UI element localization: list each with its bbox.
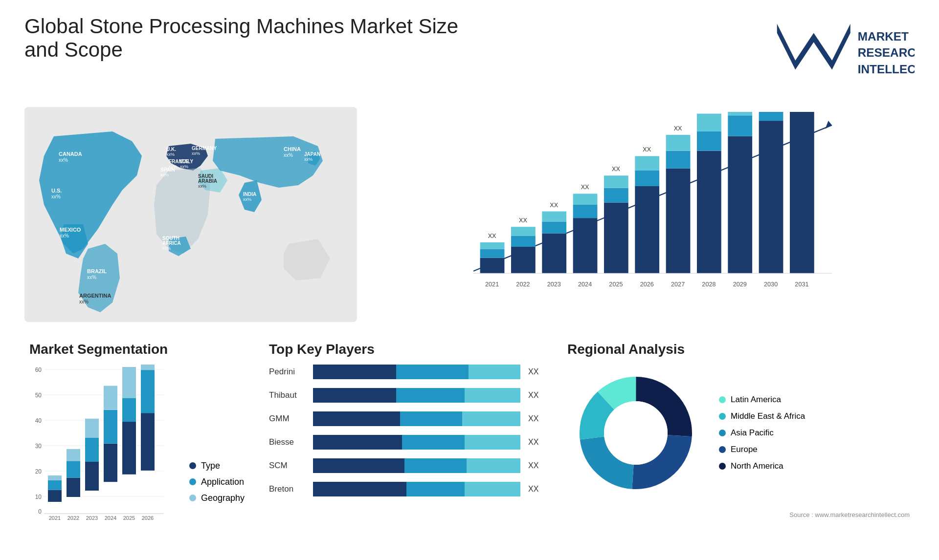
svg-rect-44 (511, 247, 536, 273)
players-chart: Pedrini XX Thibaut XX (269, 365, 543, 496)
svg-text:2024: 2024 (578, 281, 592, 288)
latin-america-label: Latin America (731, 395, 781, 405)
svg-text:60: 60 (35, 366, 42, 373)
svg-text:RESEARCH: RESEARCH (858, 46, 915, 59)
regional-content: Latin America Middle East & Africa Asia … (567, 365, 910, 501)
svg-rect-122 (104, 410, 117, 444)
svg-text:BRAZIL: BRAZIL (87, 268, 107, 274)
bar-seg-light (465, 435, 520, 450)
players-title: Top Key Players (269, 342, 543, 357)
north-america-label: North America (731, 461, 783, 471)
player-name: Thibaut (269, 390, 308, 400)
svg-rect-66 (635, 156, 659, 170)
svg-rect-110 (48, 480, 62, 490)
bar-seg-light (465, 482, 520, 496)
donut-svg (567, 365, 704, 501)
bar-seg-mid (404, 458, 467, 473)
legend-type: Type (189, 461, 245, 471)
svg-text:40: 40 (35, 417, 42, 424)
svg-rect-84 (759, 121, 783, 273)
svg-text:XX: XX (643, 146, 651, 153)
bar-seg-dark (313, 411, 400, 426)
player-bar-wrap (313, 411, 520, 426)
player-value: XX (528, 391, 543, 400)
player-name: Biesse (269, 437, 308, 447)
application-label: Application (201, 477, 244, 487)
player-bar-wrap (313, 435, 520, 450)
svg-rect-129 (141, 403, 155, 470)
legend-geography: Geography (189, 493, 245, 503)
player-row-gmm: GMM XX (269, 411, 543, 426)
svg-text:2024: 2024 (105, 515, 116, 521)
svg-rect-65 (635, 170, 659, 186)
player-bar-wrap (313, 388, 520, 403)
players-panel: Top Key Players Pedrini XX Thibaut (264, 337, 548, 542)
svg-text:ARABIA: ARABIA (198, 178, 217, 184)
regional-panel: Regional Analysis (562, 337, 915, 542)
svg-text:xx%: xx% (180, 164, 188, 169)
geography-dot (189, 495, 196, 501)
svg-rect-117 (85, 462, 99, 491)
svg-text:xx%: xx% (87, 275, 96, 280)
player-bar-wrap (313, 458, 520, 473)
type-label: Type (201, 461, 220, 471)
player-row-breton: Breton XX (269, 482, 543, 496)
legend-asia-pacific: Asia Pacific (719, 428, 805, 438)
svg-rect-113 (67, 477, 80, 496)
svg-rect-69 (666, 169, 691, 273)
player-bar-wrap (313, 365, 520, 379)
svg-text:xx%: xx% (243, 197, 251, 202)
player-value: XX (528, 367, 543, 376)
svg-text:0: 0 (38, 508, 42, 515)
svg-rect-59 (604, 202, 628, 273)
svg-text:U.K.: U.K. (166, 147, 176, 152)
svg-rect-131 (141, 365, 155, 370)
player-name: GMM (269, 414, 308, 424)
svg-text:XX: XX (674, 125, 682, 132)
legend-north-america: North America (719, 461, 805, 471)
svg-rect-130 (141, 370, 155, 413)
svg-text:xx%: xx% (162, 246, 171, 251)
regional-title: Regional Analysis (567, 342, 910, 357)
bar-seg-dark (313, 458, 404, 473)
svg-text:xx%: xx% (304, 157, 313, 162)
svg-text:2026: 2026 (142, 515, 154, 521)
svg-text:XX: XX (519, 217, 527, 224)
svg-text:U.S.: U.S. (51, 188, 62, 194)
svg-rect-79 (728, 136, 752, 273)
page-title: Global Stone Processing Machines Market … (24, 15, 465, 62)
player-value: XX (528, 414, 543, 423)
bar-seg-light (467, 458, 520, 473)
regional-legend: Latin America Middle East & Africa Asia … (719, 395, 805, 471)
svg-rect-49 (542, 234, 566, 273)
mea-dot (719, 413, 726, 420)
type-dot (189, 462, 196, 469)
player-name: Pedrini (269, 367, 308, 377)
svg-text:xx%: xx% (59, 157, 68, 163)
svg-text:10: 10 (35, 494, 42, 500)
bar-seg-mid (406, 482, 465, 496)
svg-rect-50 (542, 221, 566, 233)
page-wrapper: Global Stone Processing Machines Market … (0, 0, 939, 560)
svg-text:2027: 2027 (671, 281, 685, 288)
svg-rect-111 (48, 475, 62, 480)
application-dot (189, 478, 196, 485)
svg-text:xx%: xx% (284, 152, 293, 158)
legend-europe: Europe (719, 445, 805, 454)
svg-rect-51 (542, 211, 566, 221)
bar-seg-light (469, 365, 520, 379)
donut-chart (567, 365, 704, 501)
svg-text:XX: XX (581, 184, 589, 191)
svg-text:2022: 2022 (516, 281, 530, 288)
svg-rect-123 (104, 386, 117, 409)
svg-text:2028: 2028 (702, 281, 715, 288)
svg-text:MEXICO: MEXICO (60, 227, 81, 233)
svg-text:2026: 2026 (640, 281, 654, 288)
svg-text:MARKET: MARKET (858, 30, 909, 43)
source-text: Source : www.marketresearchintellect.com (567, 511, 910, 518)
svg-text:2022: 2022 (67, 515, 79, 521)
bar-seg-dark (313, 482, 406, 496)
segmentation-panel: Market Segmentation 60 50 40 30 20 10 0 (24, 337, 249, 542)
svg-text:XX: XX (488, 233, 496, 239)
bar-seg-mid (396, 388, 465, 403)
